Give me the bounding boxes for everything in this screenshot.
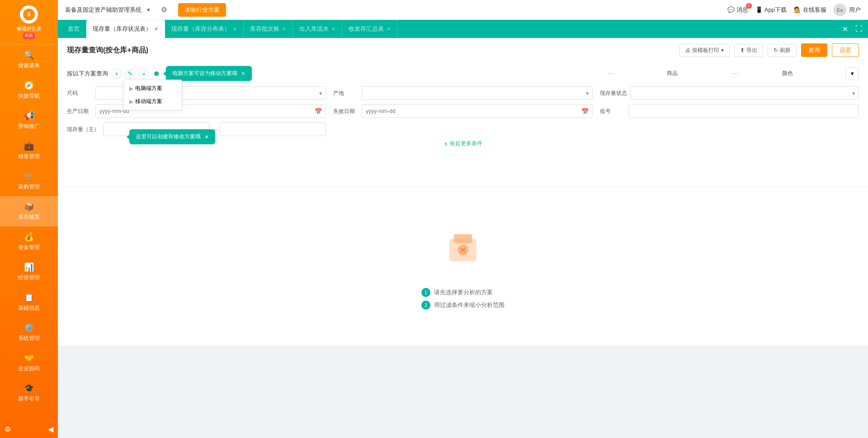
tab-summary[interactable]: 收发存汇总表 ✕ bbox=[342, 20, 397, 38]
tab-batch[interactable]: 库存批次账 ✕ bbox=[244, 20, 293, 38]
tab-home[interactable]: 首页 bbox=[61, 20, 86, 38]
user-avatar: Ea bbox=[834, 4, 846, 16]
sidebar-item-operations[interactable]: 📊 经营管理 bbox=[0, 257, 58, 287]
tab-stock-dist-label: 现存量（库存分布表） bbox=[171, 25, 230, 33]
scenario-tooltip-text: 电脑方案可设为移动方案哦 bbox=[172, 70, 237, 77]
sidebar-item-marketing[interactable]: 📢 营销推广 bbox=[0, 105, 58, 136]
settings-button[interactable]: ⚙ bbox=[5, 425, 11, 433]
page-actions: 🖨 按模板打印 ▾ ⬆ 导出 ↻ 刷新 查询 设置 bbox=[679, 43, 859, 57]
sidebar-item-enterprise[interactable]: 🤝 企业协同 bbox=[0, 348, 58, 378]
scenario-tooltip: 电脑方案可设为移动方案哦 ✕ bbox=[166, 66, 252, 81]
color-label-header: 颜色 bbox=[782, 70, 793, 77]
tab-bar: 首页 现存量（库存状况表） ✕ 现存量（库存分布表） ✕ 库存批次账 ✕ 出入库… bbox=[58, 20, 868, 38]
page-title: 现存量查询(按仓库+商品) bbox=[67, 46, 148, 55]
scenario-tree: ▶ 电脑端方案 ▶ 移动端方案 bbox=[123, 80, 182, 110]
add-scenario-button[interactable]: + bbox=[112, 69, 122, 79]
tab-inout-label: 出入库流水 bbox=[299, 25, 329, 33]
stock-status-select-wrapper bbox=[631, 86, 859, 100]
expire-date-input[interactable] bbox=[366, 108, 581, 114]
scenario-tooltip-close[interactable]: ✕ bbox=[241, 71, 245, 77]
svg-text:6: 6 bbox=[28, 11, 31, 18]
online-service-button[interactable]: 💁 在线客服 bbox=[794, 6, 826, 14]
origin-label: 产地 bbox=[333, 89, 358, 97]
batch-label: 批号 bbox=[600, 108, 625, 115]
triangle-icon: ▶ bbox=[129, 85, 133, 92]
produce-date-calendar-icon[interactable]: 📅 bbox=[315, 108, 322, 115]
sidebar-item-search[interactable]: 🔍 搜索菜单 bbox=[0, 45, 58, 75]
message-badge: 8 bbox=[746, 3, 752, 9]
collapse-sidebar-button[interactable]: ◀ bbox=[48, 425, 53, 433]
tab-stock-dist-close[interactable]: ✕ bbox=[233, 26, 237, 32]
refresh-button[interactable]: ↻ 刷新 bbox=[768, 44, 797, 57]
stock-status-label: 现存量状态 bbox=[600, 89, 627, 97]
maximize-button[interactable]: ⛶ bbox=[854, 25, 864, 33]
page-title-row: 现存量查询(按仓库+商品) 🖨 按模板打印 ▾ ⬆ 导出 ↻ 刷新 bbox=[58, 38, 868, 61]
print-dropdown-icon: ▾ bbox=[721, 47, 724, 53]
app-download-button[interactable]: 📱 App下载 bbox=[755, 6, 787, 14]
reset-button[interactable]: 设置 bbox=[832, 43, 859, 57]
sidebar-item-guide[interactable]: 🎓 新手引导 bbox=[0, 378, 58, 408]
goods-label-header: 商品 bbox=[667, 70, 678, 77]
mobile-scenario-item[interactable]: ▶ 移动端方案 bbox=[124, 95, 182, 108]
sidebar-item-label: 经营管理 bbox=[18, 274, 40, 282]
mobile-icon: 📱 bbox=[755, 6, 763, 13]
tab-stock-status-close[interactable]: ✕ bbox=[154, 26, 158, 32]
service-icon: 💁 bbox=[794, 6, 801, 13]
filter-cell-expire-date: 失效日期 📅 bbox=[333, 104, 592, 118]
system-icon: ⚙️ bbox=[24, 323, 34, 333]
goods-dots[interactable]: ··· bbox=[732, 69, 739, 78]
settings-gear-button[interactable]: ⚙ bbox=[156, 3, 173, 16]
edit-tooltip-close[interactable]: ✕ bbox=[204, 134, 209, 140]
user-area[interactable]: Ea 用户 bbox=[834, 4, 861, 16]
batch-input[interactable] bbox=[628, 104, 859, 118]
expire-date-calendar-icon[interactable]: 📅 bbox=[581, 108, 589, 115]
tab-stock-status[interactable]: 现存量（库存状况表） ✕ bbox=[86, 20, 165, 38]
tab-inout-close[interactable]: ✕ bbox=[331, 26, 335, 32]
collapse-button[interactable]: ∧ 收起更多条件 bbox=[444, 140, 482, 147]
filter-cell-produce-date: 生产日期 📅 bbox=[67, 104, 326, 118]
back-button[interactable]: « bbox=[139, 69, 149, 79]
origin-select-wrapper bbox=[362, 86, 592, 100]
sales-icon: 💼 bbox=[24, 141, 34, 151]
empty-state: 1 请先选择要分析的方案 2 用过滤条件来缩小分析范围 bbox=[58, 189, 868, 346]
system-name: 装备及固定资产辅助管理系统 bbox=[65, 6, 142, 14]
sidebar-item-system[interactable]: ⚙️ 系统管理 bbox=[0, 317, 58, 348]
marketing-icon: 📢 bbox=[24, 111, 34, 121]
logo-text: 畅通好生意 标版 bbox=[4, 25, 54, 39]
export-button[interactable]: ⬆ 导出 bbox=[734, 44, 763, 57]
industry-solution-button[interactable]: 体验行业方案 bbox=[178, 3, 226, 17]
tab-batch-close[interactable]: ✕ bbox=[282, 26, 286, 32]
sidebar-item-inventory[interactable]: 📦 库存核算 bbox=[0, 196, 58, 226]
warehouse-dots[interactable]: ··· bbox=[608, 69, 614, 78]
sidebar-item-nav[interactable]: 🧭 快捷导航 bbox=[0, 75, 58, 105]
hint-text-1: 请先选择要分析的方案 bbox=[434, 288, 493, 297]
operations-icon: 📊 bbox=[24, 262, 34, 272]
sidebar-item-basics[interactable]: 📋 基础信息 bbox=[0, 287, 58, 317]
message-button[interactable]: 💬 消息 8 bbox=[727, 6, 748, 14]
tab-inout[interactable]: 出入库流水 ✕ bbox=[293, 20, 342, 38]
expire-date-label: 失效日期 bbox=[333, 108, 358, 115]
template-print-button[interactable]: 🖨 按模板打印 ▾ bbox=[679, 44, 730, 57]
sidebar-item-finance[interactable]: 💰 资金管理 bbox=[0, 226, 58, 257]
tab-summary-close[interactable]: ✕ bbox=[387, 26, 391, 32]
tab-stock-dist[interactable]: 现存量（库存分布表） ✕ bbox=[165, 20, 244, 38]
sidebar-item-purchase[interactable]: 🛒 采购管理 bbox=[0, 166, 58, 196]
sidebar-bottom: ⚙ ◀ bbox=[0, 420, 58, 438]
refresh-icon: ↻ bbox=[774, 47, 778, 53]
empty-illustration bbox=[440, 225, 486, 279]
color-dropdown-btn[interactable]: ▾ bbox=[845, 67, 859, 80]
filter-cell-size: 尺码 bbox=[67, 86, 326, 100]
edit-scenario-button[interactable]: ✎ bbox=[125, 69, 135, 79]
sidebar: 6 畅通好生意 标版 🔍 搜索菜单 🧭 快捷导航 📢 营销推广 💼 销售管理 🛒… bbox=[0, 0, 58, 438]
sidebar-item-label: 新手引导 bbox=[18, 395, 40, 403]
size-label: 尺码 bbox=[67, 89, 92, 97]
stock-main-max-input[interactable] bbox=[219, 122, 326, 136]
close-tab-button[interactable]: ✕ bbox=[840, 25, 850, 33]
query-button[interactable]: 查询 bbox=[801, 43, 827, 57]
stock-status-select[interactable] bbox=[631, 86, 859, 100]
sidebar-item-sales[interactable]: 💼 销售管理 bbox=[0, 136, 58, 166]
logo-icon: 6 bbox=[20, 5, 38, 24]
pc-scenario-item[interactable]: ▶ 电脑端方案 bbox=[124, 82, 182, 95]
system-dropdown[interactable]: ▾ bbox=[147, 6, 150, 13]
origin-select[interactable] bbox=[362, 86, 592, 100]
